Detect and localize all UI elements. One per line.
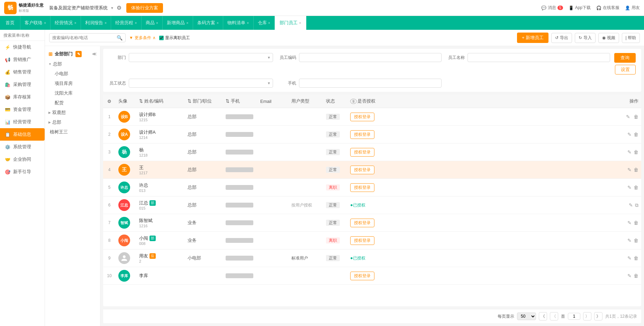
tab-profit[interactable]: 利润报告 ×: [81, 16, 111, 30]
sidebar-item-inventory[interactable]: 📦库存核算: [0, 91, 45, 103]
export-button[interactable]: ↺ 导出: [551, 33, 572, 43]
edit-icon[interactable]: ✎: [627, 149, 632, 155]
dept-select[interactable]: ▾: [129, 53, 273, 62]
sidebar-item-quick-nav[interactable]: ⚡快捷导航: [0, 41, 45, 53]
delete-icon[interactable]: 🗑: [634, 220, 638, 226]
sidebar-search-area[interactable]: 🔍: [0, 30, 45, 41]
sidebar-item-basic-info[interactable]: 📋基础信息: [0, 128, 45, 141]
close-icon[interactable]: ×: [44, 21, 46, 25]
tab-goods[interactable]: 商品 ×: [142, 16, 163, 30]
close-icon[interactable]: ×: [156, 21, 158, 25]
delete-icon[interactable]: 🗑: [634, 167, 638, 173]
col-auth-header[interactable]: ①是否授权: [347, 95, 392, 108]
search-button[interactable]: 查询: [614, 53, 636, 63]
dept-item-distribution[interactable]: 配货: [45, 98, 100, 108]
delete-icon[interactable]: 🗑: [634, 238, 638, 243]
trial-button[interactable]: 体验行业方案: [126, 3, 163, 13]
online-service-btn[interactable]: 🎧 在线客服: [596, 5, 619, 11]
close-icon[interactable]: ×: [135, 21, 137, 25]
edit-icon[interactable]: ✎: [627, 167, 632, 173]
dept-group-shuangluxiang[interactable]: ▶ 双鹿想: [45, 108, 100, 117]
sidebar-item-sales[interactable]: 💰销售管理: [0, 66, 45, 78]
settings-button[interactable]: 设置: [615, 65, 636, 74]
close-icon[interactable]: ×: [105, 21, 107, 25]
sidebar-item-collab[interactable]: 🤝企业协同: [0, 153, 45, 166]
authorize-button[interactable]: 授权登录: [350, 148, 374, 157]
emp-status-select[interactable]: ▾: [129, 79, 273, 88]
import-button[interactable]: ↻ 导入: [575, 33, 596, 43]
tab-employees[interactable]: 部门员工 ×: [275, 16, 306, 30]
edit-icon[interactable]: ✎: [627, 132, 632, 137]
tab-customer[interactable]: 客户联络 ×: [20, 16, 51, 30]
sidebar-item-purchase[interactable]: 🛍️采购管理: [0, 78, 45, 91]
show-resigned-label[interactable]: 显示离职员工: [159, 35, 190, 41]
col-settings[interactable]: ⚙: [103, 95, 116, 108]
copy-icon[interactable]: ⧉: [635, 202, 638, 208]
tab-history[interactable]: 经营历程 ×: [111, 16, 141, 30]
sidebar-item-system[interactable]: ⚙️系统管理: [0, 141, 45, 153]
last-page-btn[interactable]: 》: [594, 312, 602, 320]
sidebar-search-input[interactable]: [3, 33, 45, 38]
col-phone-header[interactable]: ⇅ 手机: [223, 95, 257, 108]
col-name-header[interactable]: ⇅ 姓名/编码: [136, 95, 185, 108]
first-page-btn[interactable]: 《: [539, 312, 547, 320]
tab-home[interactable]: 首页: [0, 16, 20, 30]
delete-icon[interactable]: 🗑: [634, 132, 638, 137]
delete-icon[interactable]: 🗑: [634, 273, 638, 279]
edit-icon[interactable]: ✎: [626, 114, 630, 120]
close-icon[interactable]: ×: [268, 21, 270, 25]
dept-item-xiaodian[interactable]: 小电部: [45, 69, 100, 79]
close-icon[interactable]: ×: [74, 21, 76, 25]
close-icon[interactable]: ×: [186, 21, 188, 25]
sidebar-item-finance[interactable]: 💳资金管理: [0, 103, 45, 116]
search-icon[interactable]: 🔍: [117, 35, 123, 41]
close-icon[interactable]: ×: [217, 21, 219, 25]
help-button[interactable]: | 帮助: [622, 33, 640, 43]
delete-icon[interactable]: 🗑: [634, 114, 638, 120]
authorize-button[interactable]: 授权登录: [350, 272, 374, 280]
sidebar-item-guide[interactable]: 🎯新手引导: [0, 166, 45, 178]
tab-bom[interactable]: 物料清单 ×: [223, 16, 253, 30]
authorize-button[interactable]: 授权登录: [350, 130, 374, 139]
dept-item-zhishu[interactable]: 植树王三: [45, 127, 100, 137]
dept-group-zongbu[interactable]: ▶ 总部: [45, 117, 100, 127]
app-download-btn[interactable]: 📱 App下载: [569, 5, 591, 11]
dept-item-project[interactable]: 项目库房: [45, 79, 100, 88]
edit-icon[interactable]: ✎: [627, 273, 632, 279]
edit-icon[interactable]: ✎: [629, 202, 633, 208]
edit-icon[interactable]: ✎: [627, 255, 632, 261]
page-number-input[interactable]: [568, 313, 580, 320]
authorize-button[interactable]: 授权登录: [350, 166, 374, 174]
col-dept-header[interactable]: ⇅ 部门/职位: [185, 95, 223, 108]
close-icon[interactable]: ×: [299, 21, 301, 25]
phone-input[interactable]: [299, 79, 442, 88]
more-conditions-btn[interactable]: ▼ 更多条件 ∧: [129, 35, 156, 41]
page-size-select[interactable]: 50 100: [517, 312, 536, 320]
dept-group-main[interactable]: ▼ 总部: [45, 59, 100, 69]
show-resigned-checkbox[interactable]: [159, 36, 164, 40]
sidebar-item-marketing[interactable]: 📢营销推广: [0, 53, 45, 66]
edit-icon[interactable]: ✎: [627, 220, 632, 226]
close-icon[interactable]: ×: [247, 21, 249, 25]
delete-icon[interactable]: 🗑: [634, 149, 638, 155]
dept-edit-icon[interactable]: ✎: [75, 51, 82, 57]
emp-name-input[interactable]: [468, 53, 610, 62]
tab-operation[interactable]: 经营情况 ×: [51, 16, 81, 30]
next-page-btn[interactable]: 〉: [583, 312, 591, 320]
sidebar-item-management[interactable]: 📊经营管理: [0, 116, 45, 128]
edit-icon[interactable]: ✎: [627, 185, 632, 190]
collapse-icon[interactable]: ≪: [92, 52, 97, 56]
authorize-button[interactable]: 授权登录: [350, 113, 374, 121]
tab-warehouse[interactable]: 仓库 ×: [254, 16, 275, 30]
gear-icon[interactable]: ⚙: [117, 5, 121, 11]
view-button[interactable]: ◉ 视频: [598, 33, 619, 43]
delete-icon[interactable]: 🗑: [634, 255, 638, 261]
prev-page-btn[interactable]: 〈: [550, 312, 558, 320]
tab-barcode[interactable]: 条码方案 ×: [193, 16, 223, 30]
user-area[interactable]: 👤 用友: [625, 5, 640, 11]
search-input[interactable]: [52, 35, 115, 40]
authorize-button[interactable]: 授权登录: [350, 183, 374, 192]
message-btn[interactable]: 💬 消息 5: [541, 5, 563, 11]
add-employee-button[interactable]: + 新增员工: [517, 33, 548, 43]
dept-item-shenyang[interactable]: 沈阳大库: [45, 88, 100, 98]
